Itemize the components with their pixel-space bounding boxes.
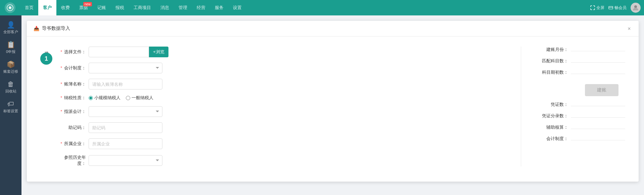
form-fields: * 选择文件： +浏览 * 会计制度： [59,47,504,167]
nav-management[interactable]: 管理 [174,0,192,15]
nav-business[interactable]: 经营 [192,0,210,15]
sidebar-label-zero-declaration: 0申报 [6,49,15,54]
info-row-accounting-system: 会计制度： [538,136,625,142]
recycle-bin-icon: 🗑 [7,81,14,87]
info-row-aux-accounting: 辅助核算： [538,124,625,130]
vertical-divider [521,47,521,167]
info-voucher-entries-label: 凭证分录数： [538,113,568,119]
app-logo[interactable] [3,1,17,14]
dialog-title: 导爷数据导入 [42,25,70,31]
info-row-month: 建账月份： [538,47,625,53]
info-month-label: 建账月份： [538,47,568,53]
nav-items: 首页 客户 收费 票据 new 记账 报税 工商项目 消息 管理 经营 服务 设… [20,0,590,15]
info-row-init-balance: 科目期初数： [538,69,625,75]
info-match-subjects-value [571,60,625,63]
nav-bookkeeping[interactable]: 记账 [93,0,111,15]
sidebar-item-zero-declaration[interactable]: 📋 0申报 [1,39,20,57]
form-row-accounting-system: * 会计制度： [59,63,504,73]
form-row-tax-type: * 纳税性质： 小规模纳税人 一般纳税人 [59,95,504,101]
radio-general-label: 一般纳税人 [132,95,153,101]
sidebar: 👤 全部客户 📋 0申报 📦 账套迁移 🗑 回收站 🏷 标签设置 [0,15,21,195]
dialog-header: 📥 导爷数据导入 [27,21,639,37]
sidebar-label-account-migration: 账套迁移 [3,69,18,74]
nav-right-area: 全屏 畅会员 [590,3,641,13]
ledger-name-input[interactable] [89,79,162,89]
assign-accountant-select[interactable] [89,106,162,117]
file-input[interactable] [89,47,149,57]
dialog-title-icon: 📥 [34,26,39,31]
info-aux-accounting-label: 辅助核算： [538,124,568,130]
all-customers-icon: 👤 [7,21,15,28]
sidebar-item-all-customers[interactable]: 👤 全部客户 [1,19,20,37]
create-account-button[interactable]: 建账 [585,84,618,96]
info-voucher-entries-value [571,115,625,118]
memo-code-input[interactable] [89,122,162,133]
info-init-balance-label: 科目期初数： [538,69,568,75]
form-row-history-year: 参照历史年度： [59,154,504,167]
nav-fees[interactable]: 收费 [56,0,75,15]
svg-rect-1 [609,6,613,9]
dialog-body: 建账 1 * 选择文件： +浏览 [27,37,639,177]
dialog-close-button[interactable]: × [625,25,633,33]
main-layout: 👤 全部客户 📋 0申报 📦 账套迁移 🗑 回收站 🏷 标签设置 📥 导爷数据导… [0,15,644,195]
tax-type-label: * 纳税性质： [59,95,86,101]
radio-general[interactable]: 一般纳税人 [126,95,153,101]
content-area: 📥 导爷数据导入 × 建账 1 * [21,15,644,195]
info-row-voucher-entries: 凭证分录数： [538,113,625,119]
form-row-file: * 选择文件： +浏览 [59,47,504,57]
create-button-wrapper: 建账 [538,81,625,96]
info-section: 建账月份： 匹配科目数： 科目期初数： 建账 凭证 [538,47,625,167]
sidebar-label-tag-settings: 标签设置 [3,109,18,114]
info-row-voucher-count: 凭证数： [538,102,625,108]
company-input[interactable] [89,138,162,149]
user-avatar[interactable] [631,3,641,13]
company-label: * 所属企业： [59,141,86,147]
nav-settings[interactable]: 设置 [228,0,246,15]
radio-small-scale[interactable]: 小规模纳税人 [89,95,120,101]
nav-invoices[interactable]: 票据 new [75,0,93,15]
sidebar-item-tag-settings[interactable]: 🏷 标签设置 [1,98,20,116]
radio-general-input[interactable] [126,96,130,100]
history-year-label: 参照历史年度： [59,154,86,167]
tax-type-radio-group: 小规模纳税人 一般纳税人 [89,95,153,101]
browse-button[interactable]: +浏览 [149,47,168,57]
info-accounting-system-label: 会计制度： [538,136,568,142]
new-badge: new [83,2,92,6]
sidebar-label-all-customers: 全部客户 [3,29,18,35]
select-file-label: * 选择文件： [59,49,86,55]
fullscreen-label: 全屏 [596,5,604,11]
form-row-company: * 所属企业： [59,138,504,149]
form-row-memo-code: 助记码： [59,122,504,133]
info-init-balance-value [571,71,625,74]
form-row-ledger-name: * 账簿名称： [59,79,504,89]
required-star-2: * [60,65,62,70]
nav-home[interactable]: 首页 [20,0,38,15]
nav-service[interactable]: 服务 [210,0,228,15]
vip-button[interactable]: 畅会员 [608,5,627,11]
sidebar-item-account-migration[interactable]: 📦 账套迁移 [1,58,20,77]
vip-label: 畅会员 [614,5,627,11]
fullscreen-button[interactable]: 全屏 [590,5,604,11]
required-star-4: * [60,95,62,100]
zero-declaration-icon: 📋 [7,41,15,48]
info-row-match-subjects: 匹配科目数： [538,58,625,64]
history-year-select[interactable] [89,155,162,166]
svg-point-2 [634,5,637,8]
radio-small-scale-input[interactable] [89,96,93,100]
sidebar-item-recycle-bin[interactable]: 🗑 回收站 [1,78,20,96]
nav-commerce[interactable]: 工商项目 [129,0,156,15]
nav-tax[interactable]: 报税 [111,0,129,15]
ledger-name-label: * 账簿名称： [59,81,86,87]
nav-messages[interactable]: 消息 [156,0,174,15]
info-voucher-count-label: 凭证数： [538,102,568,108]
radio-small-scale-label: 小规模纳税人 [94,95,120,101]
sidebar-label-recycle-bin: 回收站 [5,89,16,94]
info-accounting-system-value [571,137,625,140]
memo-code-label: 助记码： [59,125,86,131]
accounting-system-label: * 会计制度： [59,65,86,71]
info-match-subjects-label: 匹配科目数： [538,58,568,64]
info-aux-accounting-value [571,126,625,129]
form-section-label: 建账 [44,48,49,49]
nav-customers[interactable]: 客户 [38,0,56,15]
accounting-system-select[interactable] [89,63,162,73]
